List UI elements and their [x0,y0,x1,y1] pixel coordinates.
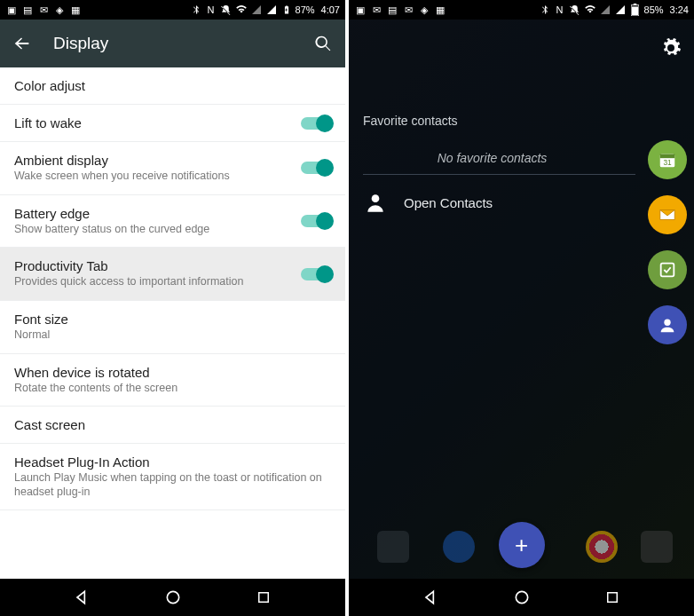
battery-percent: 85% [644,4,664,15]
divider [363,174,635,175]
tab-mail[interactable] [648,195,687,234]
clock: 4:07 [321,4,340,15]
nav-bar [349,579,694,616]
nav-back-button[interactable] [421,588,440,607]
row-title: Battery edge [14,206,292,221]
fab-add-button[interactable]: + [499,522,545,568]
svg-rect-9 [661,264,674,277]
toggle-switch[interactable] [301,117,331,130]
open-contacts-row[interactable]: Open Contacts [363,190,493,215]
settings-row[interactable]: Ambient displayWake screen when you rece… [0,142,345,195]
toggle-switch[interactable] [301,162,331,174]
dock-messenger-icon [443,531,475,563]
row-title: When device is rotated [14,365,331,380]
tab-contacts[interactable] [648,305,687,344]
settings-row[interactable]: Color adjust [0,67,345,105]
svg-point-10 [664,320,670,326]
row-title: Headset Plug-In Action [14,454,331,470]
tab-calendar[interactable]: 31 [648,140,687,179]
status-bar: ▣ ▤ ✉ ◈ ▦ N 87% [0,0,345,20]
dim-overlay [349,20,694,579]
svg-rect-3 [634,4,637,5]
sim-icon: ▦ [434,4,446,16]
nav-home-button[interactable] [163,588,183,607]
svg-rect-4 [632,7,638,16]
row-title: Lift to wake [14,115,292,130]
nav-recent-button[interactable] [603,588,622,607]
signal-icon [599,4,611,16]
dock-camera-icon [641,531,673,563]
row-title: Font size [14,312,331,327]
contact-icon [363,190,388,215]
row-subtitle: Normal [14,328,331,343]
tab-tasks[interactable] [648,250,687,289]
battery-percent: 87% [296,4,315,15]
settings-row[interactable]: Headset Plug-In ActionLaunch Play Music … [0,444,345,510]
row-title: Cast screen [14,417,331,432]
svg-rect-1 [259,593,269,603]
mail-icon: ✉ [370,4,382,16]
dock-contacts-icon [377,531,409,563]
settings-row[interactable]: Font sizeNormal [0,301,345,354]
mute-icon [220,4,233,16]
settings-row[interactable]: Battery edgeShow battery status on the c… [0,195,345,249]
settings-row[interactable]: Productivity TabProvides quick access to… [0,248,345,301]
favorites-header: Favorite contacts [363,114,458,128]
settings-row[interactable]: When device is rotatedRotate the content… [0,354,345,407]
battery-charging-icon [280,4,293,16]
bluetooth-icon [539,4,551,16]
clock: 3:24 [670,4,689,15]
svg-rect-12 [608,593,618,603]
dock-chrome-icon [586,531,618,563]
phone-left: ▣ ▤ ✉ ◈ ▦ N 87% [0,0,345,616]
signal-icon [265,4,278,16]
productivity-tabs: 31 [648,140,687,344]
nav-bar [0,579,345,616]
notification-icon: ▣ [5,4,18,16]
row-subtitle: Rotate the contents of the screen [14,382,331,396]
page-title: Display [53,34,108,53]
plus-icon: + [515,532,528,559]
row-subtitle: Launch Play Music when tapping on the to… [14,471,331,499]
svg-rect-7 [660,154,675,159]
nav-recent-button[interactable] [254,588,273,607]
battery-icon [629,4,642,16]
row-subtitle: Wake screen when you receive notificatio… [14,170,292,184]
settings-list: Color adjustLift to wakeAmbient displayW… [0,67,345,510]
mute-icon [569,4,581,16]
sim-icon: ▦ [69,4,82,16]
notification-icon: ▣ [354,4,367,16]
app-bar: Display [0,20,345,67]
settings-button[interactable] [660,37,682,59]
status-bar: ▣ ✉ ▤ ✉ ◈ ▦ N [349,0,694,20]
no-favorites-text: No favorite contacts [349,151,635,165]
mail-icon: ✉ [37,4,50,16]
row-title: Color adjust [14,78,331,93]
wifi-icon [235,4,248,16]
settings-row[interactable]: Cast screen [0,407,345,444]
svg-point-5 [372,194,380,202]
shield-icon: ◈ [418,4,430,16]
nfc-icon: N [205,4,217,16]
svg-text:31: 31 [663,159,672,167]
svg-point-11 [516,591,527,603]
settings-row[interactable]: Lift to wake [0,105,345,142]
mail-icon: ✉ [402,4,414,16]
toggle-switch[interactable] [301,268,331,280]
notification-icon: ▤ [386,4,398,16]
notification-icon: ▤ [21,4,34,16]
bluetooth-icon [190,4,202,16]
row-subtitle: Provides quick access to important infor… [14,275,292,289]
signal-icon [250,4,263,16]
nav-home-button[interactable] [512,588,532,607]
signal-icon [614,4,627,16]
row-subtitle: Show battery status on the curved edge [14,223,292,237]
nfc-icon: N [554,4,566,16]
open-contacts-label: Open Contacts [404,195,493,210]
wifi-icon [584,4,596,16]
search-button[interactable] [313,34,333,53]
toggle-switch[interactable] [301,215,331,227]
row-title: Ambient display [14,153,292,168]
nav-back-button[interactable] [72,588,91,607]
back-button[interactable] [12,34,32,53]
